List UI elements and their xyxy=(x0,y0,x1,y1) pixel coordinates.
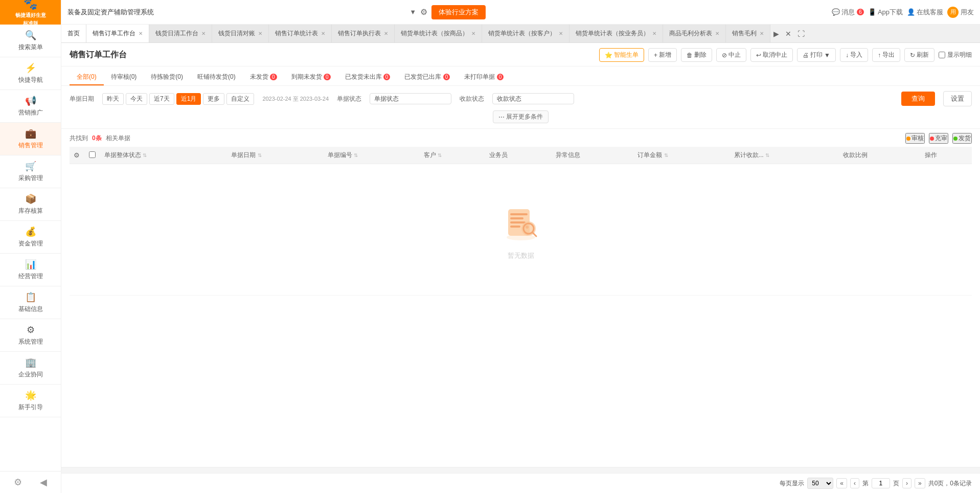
payment-filter-select[interactable]: 收款状态 xyxy=(492,93,574,104)
tab-cash-daily[interactable]: 钱货日清工作台 ✕ xyxy=(149,25,212,43)
tab-close-icon[interactable]: ✕ xyxy=(139,31,143,36)
sidebar-item-quick-nav[interactable]: ⚡ 快捷导航 xyxy=(0,57,61,90)
export-button[interactable]: ↑ 导出 xyxy=(872,48,900,62)
star-icon: ⭐ xyxy=(605,52,612,59)
th-collected[interactable]: 累计收款... xyxy=(730,147,839,164)
sub-tab-wangpu-ship[interactable]: 旺铺待发货(0) xyxy=(190,70,243,85)
status-filter-select[interactable]: 单据状态 xyxy=(370,93,451,104)
tab-nav-more[interactable]: ▶ xyxy=(770,30,782,38)
sidebar-item-sales[interactable]: 💼 销售管理 xyxy=(0,123,61,155)
date-btn-last7[interactable]: 近7天 xyxy=(149,93,174,105)
sidebar-item-marketing[interactable]: 📢 营销推广 xyxy=(0,90,61,123)
add-button[interactable]: + 新增 xyxy=(648,48,677,62)
online-service-button[interactable]: 👤 在线客服 xyxy=(907,8,943,17)
tab-home[interactable]: 首页 xyxy=(61,25,86,43)
sidebar-item-purchase[interactable]: 🛒 采购管理 xyxy=(0,155,61,188)
first-page-btn[interactable]: « xyxy=(836,478,847,488)
tab-gross-margin[interactable]: 商品毛利分析表 ✕ xyxy=(663,25,726,43)
delete-button[interactable]: 🗑 删除 xyxy=(681,48,712,62)
expand-filter-button[interactable]: ⋯ 展开更多条件 xyxy=(493,110,549,123)
filter-row-1: 单据日期 昨天 今天 近7天 近1月 更多 自定义 2023-02-24 至 2… xyxy=(70,91,972,106)
sub-tab-pending-check[interactable]: 待拣验货(0) xyxy=(144,70,190,85)
query-button[interactable]: 查询 xyxy=(901,92,935,106)
last-page-btn[interactable]: » xyxy=(915,478,925,488)
sub-tab-all[interactable]: 全部(0) xyxy=(70,70,104,85)
refresh-button[interactable]: ↻ 刷新 xyxy=(904,48,935,62)
prev-page-btn[interactable]: ‹ xyxy=(850,478,859,488)
tab-close-icon[interactable]: ✕ xyxy=(760,31,764,36)
tab-sales-workbench[interactable]: 销售订单工作台 ✕ xyxy=(86,25,149,43)
date-btn-yesterday[interactable]: 昨天 xyxy=(102,93,124,105)
column-settings-icon[interactable]: ⚙ xyxy=(74,151,80,159)
sidebar-item-inventory[interactable]: 📦 库存核算 xyxy=(0,188,61,221)
stop-button[interactable]: ⊘ 中止 xyxy=(716,48,746,62)
date-btn-custom[interactable]: 自定义 xyxy=(226,93,254,105)
sidebar-item-enterprise[interactable]: 🏢 企业协同 xyxy=(0,352,61,385)
tab-close-icon[interactable]: ✕ xyxy=(471,31,475,36)
app-download-button[interactable]: 📱 App下载 xyxy=(868,8,903,17)
sub-tab-not-shipped[interactable]: 未发货 0 xyxy=(243,70,284,85)
setting-button[interactable]: 设置 xyxy=(943,91,972,106)
tab-sales-single-product[interactable]: 销货单统计表（按商品） ✕ xyxy=(395,25,482,43)
date-btn-today[interactable]: 今天 xyxy=(126,93,147,105)
show-detail-checkbox[interactable] xyxy=(939,52,945,58)
sub-tab-shipped-no-warehouse[interactable]: 已发货未出库 0 xyxy=(338,70,398,85)
topbar-expand-btn[interactable]: ▼ xyxy=(409,8,416,16)
tab-close-icon[interactable]: ✕ xyxy=(321,31,325,36)
ship-btn[interactable]: 发货 xyxy=(952,133,972,144)
sidebar-item-operations[interactable]: 📊 经营管理 xyxy=(0,254,61,286)
th-date[interactable]: 单据日期 xyxy=(227,147,323,164)
print-button[interactable]: 🖨 打印 ▼ xyxy=(797,48,836,62)
review-btn[interactable]: 审核 xyxy=(905,133,925,144)
logo-line1: 畅捷通好生意 xyxy=(15,12,46,19)
sub-tab-not-printed[interactable]: 未打印单据 0 xyxy=(457,70,511,85)
solution-button[interactable]: 体验行业方案 xyxy=(431,5,486,19)
message-button[interactable]: 💬 消息 6 xyxy=(832,8,864,17)
tab-close-all[interactable]: ✕ xyxy=(782,30,794,38)
th-status[interactable]: 单据整体状态 xyxy=(100,147,227,164)
overdue-not-shipped-badge: 0 xyxy=(324,74,331,80)
tab-sales-exec[interactable]: 销售订单执行表 ✕ xyxy=(332,25,395,43)
tab-sales-profit[interactable]: 销售毛利 ✕ xyxy=(726,25,770,43)
sidebar-item-finance[interactable]: 💰 资金管理 xyxy=(0,221,61,254)
tab-close-icon[interactable]: ✕ xyxy=(258,31,262,36)
sidebar-item-label: 库存核算 xyxy=(18,207,43,215)
next-page-btn[interactable]: › xyxy=(902,478,911,488)
topbar-gear-icon[interactable]: ⚙ xyxy=(420,7,427,17)
page-input[interactable] xyxy=(872,478,890,488)
th-number[interactable]: 单据编号 xyxy=(324,147,420,164)
th-customer[interactable]: 客户 xyxy=(420,147,485,164)
tab-close-icon[interactable]: ✕ xyxy=(559,31,563,36)
per-page-select[interactable]: 10 20 50 100 xyxy=(807,478,833,489)
cancel-stop-button[interactable]: ↩ 取消中止 xyxy=(750,48,793,62)
tab-sales-single-staff[interactable]: 销货单统计表（按业务员） ✕ xyxy=(569,25,663,43)
tab-sales-stats[interactable]: 销售订单统计表 ✕ xyxy=(269,25,332,43)
tab-close-icon[interactable]: ✕ xyxy=(201,31,206,36)
sub-tab-pending-review[interactable]: 待审核(0) xyxy=(104,70,144,85)
date-btn-last1month[interactable]: 近1月 xyxy=(176,93,201,105)
sub-tab-label: 已发货未出库 xyxy=(345,73,382,80)
date-btn-more[interactable]: 更多 xyxy=(203,93,224,105)
sales-icon: 💼 xyxy=(25,128,36,139)
th-amount[interactable]: 订单金额 xyxy=(633,147,730,164)
select-all-checkbox[interactable] xyxy=(89,151,96,158)
cancel-review-btn[interactable]: 充审 xyxy=(929,133,948,144)
sidebar-item-system[interactable]: ⚙ 系统管理 xyxy=(0,319,61,352)
sidebar-item-guide[interactable]: 🌟 新手引导 xyxy=(0,385,61,417)
tab-cash-verify[interactable]: 钱货日清对账 ✕ xyxy=(212,25,269,43)
tab-fullscreen[interactable]: ⛶ xyxy=(794,30,808,38)
sub-tab-overdue-not-shipped[interactable]: 到期未发货 0 xyxy=(284,70,338,85)
sidebar-item-search[interactable]: 🔍 搜索菜单 xyxy=(0,25,61,57)
sidebar-settings-icon[interactable]: ⚙ xyxy=(14,477,22,488)
tab-close-icon[interactable]: ✕ xyxy=(652,31,656,36)
horizontal-scrollbar[interactable] xyxy=(61,467,980,473)
tab-sales-single-customer[interactable]: 销货单统计表（按客户） ✕ xyxy=(482,25,569,43)
sub-tab-shipped-out[interactable]: 已发货已出库 0 xyxy=(397,70,457,85)
sidebar-collapse-icon[interactable]: ◀ xyxy=(40,477,47,488)
tab-close-icon[interactable]: ✕ xyxy=(384,31,388,36)
sidebar-item-base-info[interactable]: 📋 基础信息 xyxy=(0,286,61,319)
smart-create-button[interactable]: ⭐ 智能生单 xyxy=(599,48,644,62)
tab-close-icon[interactable]: ✕ xyxy=(715,31,719,36)
import-button[interactable]: ↓ 导入 xyxy=(840,48,868,62)
show-detail-label[interactable]: 显示明细 xyxy=(939,51,972,59)
